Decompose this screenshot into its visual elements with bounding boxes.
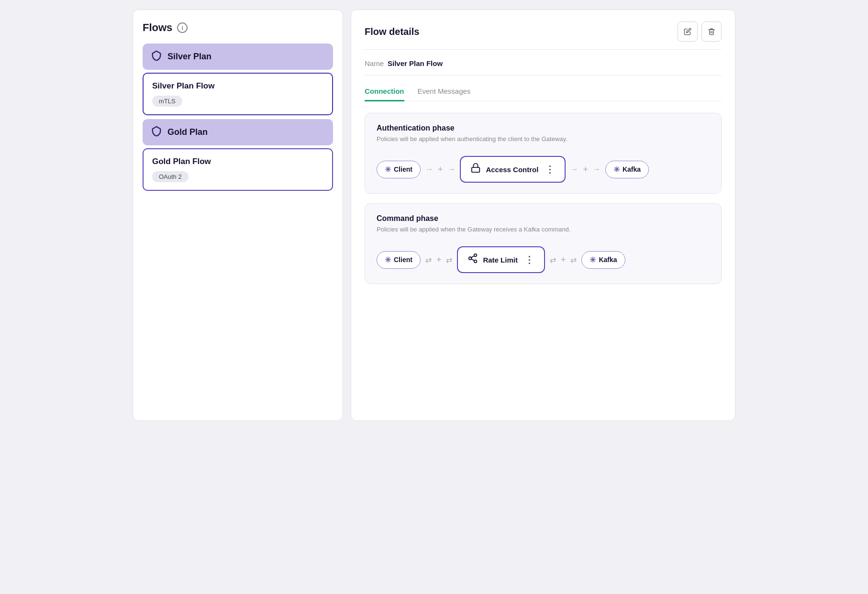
auth-client-node: ✳ Client (377, 161, 421, 178)
auth-flow-diagram: ✳ Client → + → Access Control ⋮ (377, 156, 710, 183)
name-row: Name Silver Plan Flow (365, 59, 722, 76)
command-policy-label: Rate Limit (483, 256, 518, 264)
plan-group-silver: Silver Plan Silver Plan Flow mTLS (143, 44, 333, 115)
auth-arrow-right-3: → (570, 165, 578, 174)
command-client-label: Client (394, 256, 412, 264)
client-asterisk-icon: ✳ (385, 165, 391, 174)
left-panel: Flows i Silver Plan Silver Plan Flow mTL… (133, 10, 343, 421)
svg-line-4 (471, 259, 474, 261)
tabs-row: Connection Event Messages (365, 87, 722, 101)
command-arrow-bi-2: ⇄ (446, 255, 452, 264)
command-arrow-bi-1: ⇄ (425, 255, 432, 264)
command-plus-2[interactable]: + (561, 255, 566, 265)
silver-plan-name: Silver Plan (167, 52, 211, 62)
gold-flow-badge: OAuth 2 (152, 171, 189, 182)
auth-arrow-right-2: → (447, 165, 455, 174)
command-plus-1[interactable]: + (436, 255, 442, 265)
auth-policy-more-icon[interactable]: ⋮ (545, 164, 555, 175)
command-phase-desc: Policies will be applied when the Gatewa… (377, 226, 710, 233)
silver-flow-badge: mTLS (152, 96, 182, 107)
right-panel: Flow details (351, 10, 735, 421)
rate-limit-icon (467, 253, 478, 266)
command-phase-card: Command phase Policies will be applied w… (365, 203, 722, 284)
command-flow-diagram: ✳ Client ⇄ + ⇄ (377, 246, 710, 273)
auth-plus-2[interactable]: + (583, 165, 588, 175)
info-icon[interactable]: i (177, 22, 188, 33)
command-phase-title: Command phase (377, 214, 710, 223)
plan-group-gold: Gold Plan Gold Plan Flow OAuth 2 (143, 119, 333, 191)
silver-plan-flow-item[interactable]: Silver Plan Flow mTLS (143, 73, 333, 115)
name-value: Silver Plan Flow (388, 59, 443, 67)
auth-policy-label: Access Control (486, 165, 538, 174)
auth-arrow-right-1: → (425, 165, 433, 174)
auth-kafka-label: Kafka (623, 165, 641, 173)
auth-phase-card: Authentication phase Policies will be ap… (365, 113, 722, 194)
command-arrow-bi-4: ⇄ (570, 255, 577, 264)
gold-plan-flow-item[interactable]: Gold Plan Flow OAuth 2 (143, 148, 333, 191)
kafka-asterisk-icon-cmd: ✳ (590, 255, 596, 264)
gold-plan-name: Gold Plan (167, 127, 208, 137)
kafka-asterisk-icon-auth: ✳ (613, 165, 620, 174)
tab-connection[interactable]: Connection (365, 87, 404, 101)
shield-icon-gold (151, 126, 162, 139)
svg-rect-0 (472, 167, 480, 172)
command-kafka-node: ✳ Kafka (581, 251, 625, 269)
auth-client-label: Client (394, 165, 412, 173)
tab-event-messages[interactable]: Event Messages (418, 87, 471, 101)
command-policy-more-icon[interactable]: ⋮ (524, 254, 534, 265)
auth-kafka-node: ✳ Kafka (605, 161, 649, 178)
auth-phase-title: Authentication phase (377, 124, 710, 132)
command-policy-node[interactable]: Rate Limit ⋮ (457, 246, 545, 273)
delete-button[interactable] (701, 22, 722, 42)
flow-details-header: Flow details (365, 22, 722, 50)
edit-button[interactable] (678, 22, 698, 42)
svg-line-5 (471, 256, 474, 258)
flows-header: Flows i (143, 22, 333, 34)
auth-policy-node[interactable]: Access Control ⋮ (460, 156, 566, 183)
flow-details-title: Flow details (365, 26, 419, 37)
auth-phase-desc: Policies will be applied when authentica… (377, 135, 710, 143)
lock-icon (470, 163, 481, 176)
flows-title: Flows (143, 22, 172, 34)
app-container: Flows i Silver Plan Silver Plan Flow mTL… (133, 10, 735, 421)
client-asterisk-icon-cmd: ✳ (385, 255, 391, 264)
auth-arrow-right-4: → (593, 165, 601, 174)
command-arrow-bi-3: ⇄ (550, 255, 556, 264)
plan-header-gold[interactable]: Gold Plan (143, 119, 333, 145)
plan-header-silver[interactable]: Silver Plan (143, 44, 333, 70)
command-client-node: ✳ Client (377, 251, 421, 269)
gold-flow-name: Gold Plan Flow (152, 157, 323, 166)
command-kafka-label: Kafka (599, 256, 617, 264)
shield-icon-silver (151, 50, 162, 63)
header-actions (678, 22, 722, 42)
auth-plus-1[interactable]: + (438, 165, 443, 175)
silver-flow-name: Silver Plan Flow (152, 81, 323, 91)
name-label: Name (365, 59, 384, 67)
